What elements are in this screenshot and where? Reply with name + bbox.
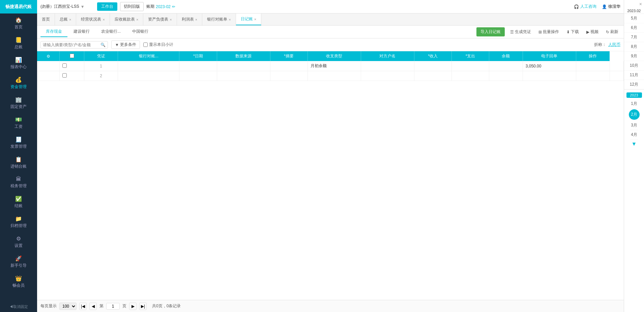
col-header-1 bbox=[60, 51, 84, 61]
sub-tab-农业银行...[interactable]: 农业银行... bbox=[96, 27, 126, 37]
cell-bank_match-1 bbox=[179, 71, 217, 81]
sidebar-item-报表中心[interactable]: 📊报表中心 bbox=[0, 53, 37, 73]
user-menu[interactable]: 👤 徐渲华 bbox=[602, 4, 620, 9]
tab-close-icon[interactable]: × bbox=[136, 18, 138, 22]
sidebar-item-固定资产[interactable]: 🏢固定资产 bbox=[0, 93, 37, 113]
select-all-checkbox[interactable] bbox=[70, 54, 74, 58]
refresh-button[interactable]: ↻ 刷新 bbox=[604, 28, 620, 36]
row-checkbox-1[interactable] bbox=[62, 73, 67, 78]
calendar-month-1月[interactable]: 1月 bbox=[630, 99, 638, 109]
tab-close-icon[interactable]: × bbox=[170, 18, 172, 22]
sidebar-label: 设置 bbox=[14, 243, 23, 249]
search-box[interactable]: 🔍 bbox=[40, 41, 108, 49]
sidebar-icon-固定资产: 🏢 bbox=[15, 96, 22, 103]
cell-balance-1 bbox=[523, 71, 576, 81]
settings-icon[interactable]: ⚙ bbox=[47, 54, 50, 59]
tab-资产负债表[interactable]: 资产负债表 × bbox=[143, 13, 177, 25]
import-journal-button[interactable]: 导入日记账 bbox=[476, 27, 505, 36]
sidebar-item-归档管理[interactable]: 📁归档管理 bbox=[0, 212, 37, 232]
workspace-button[interactable]: 工作台 bbox=[97, 2, 117, 11]
row-check-0[interactable] bbox=[60, 61, 84, 71]
calendar-month-3月[interactable]: 3月 bbox=[630, 121, 638, 130]
cell-source-1 bbox=[270, 71, 308, 81]
old-version-button[interactable]: 切到旧版 bbox=[120, 2, 144, 11]
calendar-month-12月[interactable]: 12月 bbox=[624, 80, 644, 89]
panel-close-btn[interactable]: × bbox=[624, 0, 644, 8]
tab-首页[interactable]: 首页 bbox=[37, 13, 55, 25]
sidebar-item-进销台账[interactable]: 📋进销台账 bbox=[0, 153, 37, 173]
batch-op-button[interactable]: ⊞ 批量操作 bbox=[536, 28, 561, 36]
page-prev-btn[interactable]: ◀ bbox=[89, 303, 97, 310]
sidebar-item-设置[interactable]: ⚙设置 bbox=[0, 232, 37, 252]
search-input[interactable] bbox=[43, 42, 99, 47]
col-header-11: 余额 bbox=[489, 51, 523, 61]
sidebar-item-资金管理[interactable]: 💰资金管理 bbox=[0, 73, 37, 93]
row-check-1[interactable] bbox=[60, 71, 84, 81]
page-input[interactable] bbox=[106, 303, 120, 310]
tab-close-icon[interactable]: × bbox=[195, 18, 197, 22]
row-number-0: 1 bbox=[84, 61, 118, 71]
download-button[interactable]: ⬇ 下载 bbox=[564, 28, 581, 36]
row-settings-1 bbox=[37, 71, 60, 81]
calendar-month-2月[interactable]: 2月 bbox=[629, 109, 640, 120]
cell-action-1[interactable] bbox=[610, 71, 623, 81]
sub-tab-库存现金[interactable]: 库存现金 bbox=[40, 27, 67, 37]
sidebar-item-发票管理[interactable]: 🧾发票管理 bbox=[0, 133, 37, 153]
period-edit-icon[interactable]: ✏ bbox=[172, 4, 175, 9]
gen-voucher-button[interactable]: ☰ 生成凭证 bbox=[508, 28, 533, 36]
refresh-icon: ↻ bbox=[606, 30, 609, 34]
tab-label: 资产负债表 bbox=[148, 17, 168, 22]
company-selector[interactable]: (勿册）江西担宝-LSS ▼ bbox=[40, 4, 94, 9]
sub-tab-中国银行[interactable]: 中国银行 bbox=[127, 27, 154, 37]
sidebar-item-畅会员[interactable]: 👑畅会员 bbox=[0, 272, 37, 292]
sidebar-label: 归档管理 bbox=[10, 223, 27, 229]
search-icon[interactable]: 🔍 bbox=[100, 42, 106, 47]
page-last-btn[interactable]: ▶| bbox=[139, 303, 147, 310]
calendar-month-8月[interactable]: 8月 bbox=[624, 42, 644, 52]
calendar-month-5月[interactable]: 5月 bbox=[624, 14, 644, 23]
currency-label: 折称： 人民币 bbox=[594, 42, 620, 48]
tab-应收账款表[interactable]: 应收账款表 × bbox=[110, 13, 143, 25]
show-daily-checkbox[interactable]: 显示本日小计 bbox=[143, 42, 173, 48]
daily-checkbox-input[interactable] bbox=[143, 42, 148, 47]
sidebar-item-首页[interactable]: 🏠首页 bbox=[0, 13, 37, 33]
sidebar-item-总账[interactable]: 📒总账 bbox=[0, 33, 37, 53]
tab-经营状况表[interactable]: 经营状况表 × bbox=[76, 13, 110, 25]
sidebar-item-结账[interactable]: ✅结账 bbox=[0, 192, 37, 212]
tab-银行对账单[interactable]: 银行对账单 × bbox=[202, 13, 236, 25]
calendar-down-arrow[interactable]: ▼ bbox=[624, 140, 644, 148]
page-next-btn[interactable]: ▶ bbox=[129, 303, 137, 310]
tab-close-icon[interactable]: × bbox=[254, 17, 256, 21]
calendar-month-11月[interactable]: 11月 bbox=[624, 70, 644, 80]
username: 徐渲华 bbox=[608, 4, 620, 9]
calendar-month-10月[interactable]: 10月 bbox=[624, 61, 644, 70]
calendar-month-4月[interactable]: 4月 bbox=[630, 130, 638, 140]
tab-利润表[interactable]: 利润表 × bbox=[177, 13, 202, 25]
table-row: 1月初余额3,050.00 bbox=[37, 61, 624, 71]
tab-close-icon[interactable]: × bbox=[103, 18, 105, 22]
page-first-btn[interactable]: |◀ bbox=[79, 303, 87, 310]
sub-tab-建设银行[interactable]: 建设银行 bbox=[68, 27, 95, 37]
company-dropdown-icon[interactable]: ▼ bbox=[81, 4, 85, 9]
calendar-month-9月[interactable]: 9月 bbox=[624, 52, 644, 61]
cell-income-0 bbox=[451, 61, 489, 71]
more-filter-button[interactable]: ▼ 更多条件 bbox=[111, 40, 140, 49]
row-checkbox-0[interactable] bbox=[62, 63, 67, 68]
tab-总账[interactable]: 总账 × bbox=[55, 13, 76, 25]
calendar-month-7月[interactable]: 7月 bbox=[624, 33, 644, 42]
video-button[interactable]: ▶ 视频 bbox=[584, 28, 601, 36]
year-badge: 2023 bbox=[626, 92, 642, 98]
sidebar-item-工资[interactable]: 💵工资 bbox=[0, 113, 37, 133]
currency-link[interactable]: 人民币 bbox=[608, 42, 620, 48]
sidebar-collapse-btn[interactable]: ◀取消固定 bbox=[0, 302, 37, 312]
tab-close-icon[interactable]: × bbox=[69, 18, 71, 22]
tab-close-icon[interactable]: × bbox=[229, 18, 231, 22]
calendar-month-6月[interactable]: 6月 bbox=[624, 23, 644, 33]
cell-action-0[interactable] bbox=[610, 61, 623, 71]
service-button[interactable]: 🎧 人工咨询 bbox=[574, 4, 596, 9]
sidebar-item-税务管理[interactable]: 🏛税务管理 bbox=[0, 173, 37, 192]
tab-日记账[interactable]: 日记账 × bbox=[236, 13, 261, 25]
sidebar-item-新手引导[interactable]: 🚀新手引导 bbox=[0, 252, 37, 272]
period-value[interactable]: 2023-02 bbox=[156, 4, 171, 9]
per-page-select[interactable]: 100 50 200 bbox=[59, 303, 77, 310]
